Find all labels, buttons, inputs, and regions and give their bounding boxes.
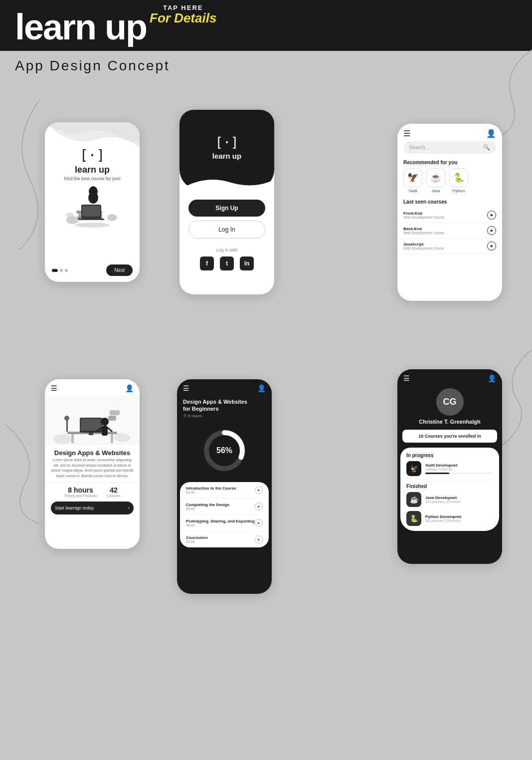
linkedin-icon[interactable]: in: [240, 256, 254, 270]
lesson-row-4[interactable]: Conclusion 00:34 ▶: [180, 531, 269, 547]
search-bar[interactable]: Search... 🔍: [403, 141, 496, 154]
facebook-icon[interactable]: f: [200, 256, 214, 270]
svg-line-25: [108, 428, 112, 432]
user-icon[interactable]: 👤: [486, 129, 496, 138]
swift-label: Swift: [408, 189, 417, 193]
svg-rect-19: [89, 433, 93, 435]
java-course-name: Java Developnet: [425, 496, 493, 500]
user-icon-progress[interactable]: 👤: [257, 384, 266, 392]
splash-tagline: Find the best course for you!: [45, 176, 140, 181]
phone-signup: [·] learn up Sign Up Log In Log in with …: [179, 110, 274, 294]
java-course-sub: 34 Lectures | 12 Hours: [425, 500, 493, 504]
dot-3: [65, 269, 68, 272]
dot-1: [52, 269, 58, 272]
lesson-4-play[interactable]: ▶: [255, 535, 263, 543]
svg-point-10: [107, 214, 117, 221]
svg-point-13: [114, 433, 130, 442]
lesson-2-play[interactable]: ▶: [255, 503, 263, 510]
lang-chip-python[interactable]: 🐍 Python: [449, 168, 468, 193]
tap-here-label[interactable]: TAP HERE For Details: [150, 4, 216, 24]
frontend-sub: Web Development Course: [403, 216, 444, 219]
donut-label: 56%: [216, 446, 232, 455]
lesson-1-play[interactable]: ▶: [255, 486, 263, 494]
avatar: CG: [436, 388, 464, 416]
splash-illustration: [62, 185, 122, 225]
login-button[interactable]: Log In: [188, 221, 265, 239]
python-course-info: Python Developnet 56 Lectures | 28 Hours: [425, 514, 493, 522]
signup-button[interactable]: Sign Up: [188, 200, 265, 217]
signup-bracket-icon: [·]: [179, 135, 274, 150]
lang-chip-swift[interactable]: 🦅 Swift: [403, 168, 422, 193]
course-row-frontend[interactable]: Front-End Web Development Course ▶: [397, 208, 502, 223]
java-icon: ☕: [426, 168, 445, 187]
course-stats: 8 hours Theory and Practices 42 Lectures: [45, 483, 140, 502]
profile-name: Christine T. Greenhalgh: [397, 419, 502, 425]
lang-chip-java[interactable]: ☕ Java: [426, 168, 445, 193]
python-finished-row[interactable]: 🐍 Python Developnet 56 Lectures | 28 Hou…: [406, 511, 493, 526]
swift-course-name: Swift Developnet: [425, 463, 493, 468]
lessons-list: Introduction to the Course 01:40 ▶ Compl…: [180, 482, 269, 547]
swift-icon: 🦅: [403, 168, 422, 187]
swift-course-sub: Lecture 7 from 42: [425, 468, 493, 471]
signup-app-name: learn up: [179, 152, 274, 160]
lesson-3-play[interactable]: ▶: [255, 519, 263, 527]
in-progress-title: In progress: [406, 453, 493, 458]
svg-rect-16: [111, 434, 113, 443]
course-illustration: [45, 395, 140, 445]
swift-course-info: Swift Developnet Lecture 7 from 42: [425, 463, 493, 474]
phone-course-detail: ☰ 👤 Design: [45, 379, 140, 549]
python-label: Python: [453, 189, 465, 193]
splash-dots: [52, 269, 68, 272]
start-button[interactable]: Start learnign today ›: [51, 502, 134, 514]
js-sub: Web Development Course: [403, 247, 444, 250]
svg-point-21: [64, 416, 69, 421]
dot-2: [60, 269, 63, 272]
swift-progress-bar: [425, 473, 493, 474]
svg-rect-18: [81, 419, 101, 431]
swift-course-icon: 🦅: [406, 461, 421, 476]
next-button[interactable]: Next: [106, 264, 133, 276]
js-play[interactable]: ▶: [487, 242, 496, 251]
user-icon-course[interactable]: 👤: [125, 384, 134, 392]
user-icon-profile[interactable]: 👤: [488, 374, 496, 382]
svg-rect-26: [108, 416, 116, 421]
menu-icon[interactable]: ☰: [403, 129, 410, 138]
lesson-row-2[interactable]: Completing the Design 36:44 ▶: [180, 499, 269, 515]
menu-icon-progress[interactable]: ☰: [183, 384, 189, 392]
lesson-3-time: 36:44: [186, 523, 254, 527]
svg-rect-6: [78, 219, 104, 220]
twitter-icon[interactable]: t: [220, 256, 234, 270]
phone-progress: ☰ 👤 Design Apps & Websites for Beginners…: [177, 379, 272, 594]
java-course-info: Java Developnet 34 Lectures | 12 Hours: [425, 496, 493, 504]
menu-icon-profile[interactable]: ☰: [403, 374, 410, 382]
course-row-js[interactable]: JavaScript Web Development Course ▶: [397, 239, 502, 254]
donut-area: 56%: [177, 423, 272, 478]
for-details-text: For Details: [150, 11, 216, 24]
progress-title-area: Design Apps & Websites for Beginners ⏱ 6…: [177, 395, 272, 419]
java-label: Java: [432, 189, 440, 193]
svg-rect-27: [110, 410, 120, 415]
social-icons: f t in: [179, 256, 274, 270]
backend-play[interactable]: ▶: [487, 226, 496, 235]
hours-label: Theory and Practices: [64, 494, 97, 498]
profile-divider-1: [406, 480, 493, 481]
signup-wave: [179, 170, 274, 190]
lesson-1-time: 01:40: [186, 491, 236, 494]
lesson-row-3[interactable]: Prototyping, Sharing, and Exporting 36:4…: [180, 515, 269, 531]
phone-home: ☰ 👤 Search... 🔍 Recommended for you 🦅 Sw…: [397, 124, 502, 301]
svg-point-0: [75, 223, 110, 228]
swift-progress-row[interactable]: 🦅 Swift Developnet Lecture 7 from 42: [406, 461, 493, 476]
lesson-row-1[interactable]: Introduction to the Course 01:40 ▶: [180, 482, 269, 499]
lectures-val: 42: [107, 486, 121, 494]
stat-lectures: 42 Lectures: [107, 486, 121, 498]
java-finished-row[interactable]: ☕ Java Developnet 34 Lectures | 12 Hours: [406, 492, 493, 507]
course-row-backend[interactable]: Back-End Web Development Course ▶: [397, 223, 502, 239]
frontend-play[interactable]: ▶: [487, 211, 496, 220]
hours-val: 8 hours: [64, 486, 97, 494]
lesson-2-title: Completing the Design: [186, 503, 229, 507]
home-header: ☰ 👤: [397, 124, 502, 141]
python-course-icon: 🐍: [406, 511, 421, 526]
menu-icon-course[interactable]: ☰: [51, 384, 57, 392]
python-course-name: Python Developnet: [425, 514, 493, 519]
svg-rect-20: [66, 419, 68, 432]
